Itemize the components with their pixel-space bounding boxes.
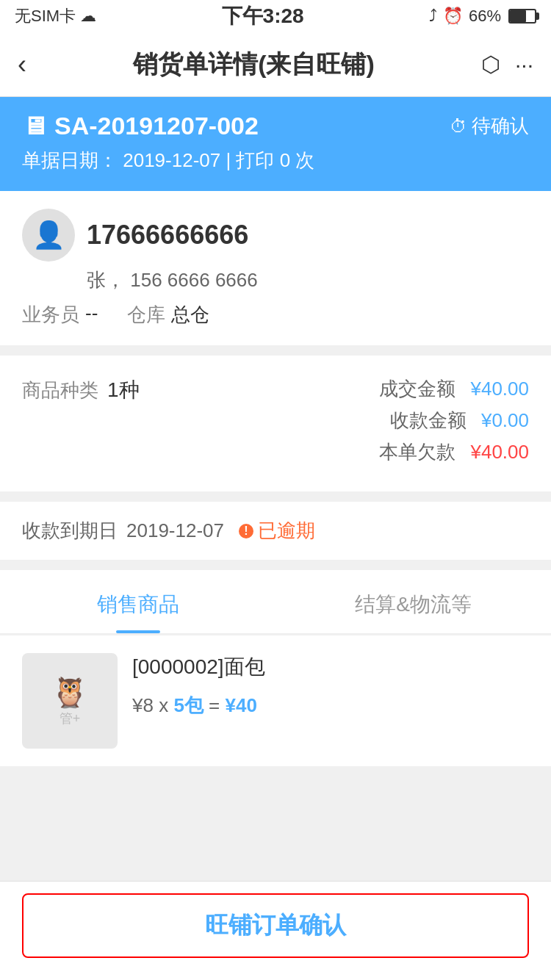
stat-label-0: 成交金额: [379, 376, 455, 402]
tab-settlement[interactable]: 结算&物流等: [276, 570, 551, 633]
more-icon[interactable]: ···: [515, 52, 533, 77]
page-title: 销货单详情(来自旺铺): [133, 48, 375, 82]
tab-sales-product[interactable]: 销售商品: [0, 570, 276, 633]
status-bar: 无SIM卡 ☁ 下午3:28 ⤴ ⏰ 66%: [0, 0, 551, 32]
nav-actions: ⬡ ···: [481, 51, 533, 77]
divider-2: [0, 493, 551, 502]
status-left: 无SIM卡 ☁: [15, 5, 96, 27]
divider-3: [0, 561, 551, 570]
stat-label-2: 本单欠款: [379, 439, 455, 465]
customer-name: 张，: [87, 269, 125, 291]
location-icon: ⤴: [429, 7, 437, 26]
clock-icon: ⏱: [450, 116, 467, 137]
due-date-label: 收款到期日: [22, 518, 118, 544]
salesman-item: 业务员 --: [22, 302, 98, 328]
stat-row-0: 成交金额 ¥40.00: [379, 376, 529, 402]
customer-phone: 17666666666: [87, 220, 248, 251]
customer-phone2: 156 6666 6666: [130, 269, 258, 291]
stat-label-1: 收款金额: [390, 408, 467, 433]
order-header: 🖥 SA-20191207-002 ⏱ 待确认 单据日期： 2019-12-07…: [0, 97, 551, 191]
avatar: 👤: [22, 209, 75, 262]
battery-label: 66%: [469, 7, 501, 26]
order-date-row: 单据日期： 2019-12-07 | 打印 0 次: [22, 148, 529, 173]
alarm-icon: ⏰: [443, 7, 463, 26]
confirm-order-button[interactable]: 旺铺订单确认: [22, 893, 529, 958]
order-id-row: 🖥 SA-20191207-002 ⏱ 待确认: [22, 112, 529, 140]
stats-card: 商品种类 1种 成交金额 ¥40.00 收款金额 ¥0.00 本单欠款 ¥40.…: [0, 356, 551, 491]
owl-plus-text: 管+: [60, 710, 81, 727]
salesman-value: --: [85, 302, 98, 328]
stat-value-0: ¥40.00: [470, 378, 529, 400]
customer-meta: 业务员 -- 仓库 总仓: [22, 302, 529, 328]
bottom-bar: 旺铺订单确认: [0, 881, 551, 980]
back-button[interactable]: ‹: [18, 49, 26, 80]
order-date-value: 2019-12-07: [123, 149, 220, 171]
overdue-text: 已逾期: [258, 518, 315, 544]
product-thumb-inner: 🦉 管+: [22, 653, 118, 749]
share-icon[interactable]: ⬡: [481, 51, 500, 77]
due-date-card: 收款到期日 2019-12-07 ! 已逾期: [0, 502, 551, 560]
order-status: ⏱ 待确认: [450, 113, 529, 139]
nav-bar: ‹ 销货单详情(来自旺铺) ⬡ ···: [0, 32, 551, 97]
warehouse-item: 仓库 总仓: [127, 302, 209, 328]
customer-row: 👤 17666666666: [22, 209, 529, 262]
print-info: | 打印 0 次: [226, 149, 314, 171]
stats-left: 商品种类 1种: [22, 376, 140, 404]
warehouse-value: 总仓: [171, 302, 209, 328]
owl-logo-icon: 🦉: [51, 675, 88, 710]
product-thumbnail: 🦉 管+: [22, 653, 118, 749]
status-right: ⤴ ⏰ 66%: [429, 7, 536, 26]
order-status-text: 待确认: [472, 113, 529, 139]
overdue-badge: ! 已逾期: [239, 518, 315, 544]
warehouse-label: 仓库: [127, 302, 165, 328]
tab-settlement-label: 结算&物流等: [355, 593, 472, 616]
avatar-icon: 👤: [32, 220, 65, 251]
no-sim-label: 无SIM卡 ☁: [15, 5, 96, 27]
category-value: 1种: [107, 376, 140, 404]
stat-value-1: ¥0.00: [481, 409, 529, 432]
stat-row-2: 本单欠款 ¥40.00: [379, 439, 529, 465]
divider-1: [0, 347, 551, 356]
product-price: ¥8: [132, 694, 154, 716]
status-time: 下午3:28: [222, 2, 304, 30]
tabs-container: 销售商品 结算&物流等: [0, 570, 551, 634]
order-id: 🖥 SA-20191207-002: [22, 112, 259, 140]
product-card: 🦉 管+ [0000002]面包 ¥8 x 5包 = ¥40: [0, 635, 551, 766]
date-label: 单据日期：: [22, 149, 118, 171]
stat-row-1: 收款金额 ¥0.00: [379, 408, 529, 433]
product-info: [0000002]面包 ¥8 x 5包 = ¥40: [132, 653, 529, 749]
product-price-row: ¥8 x 5包 = ¥40: [132, 693, 529, 718]
due-date-value: 2019-12-07: [126, 519, 224, 542]
stat-value-2: ¥40.00: [470, 441, 529, 464]
customer-card: 👤 17666666666 张， 156 6666 6666 业务员 -- 仓库…: [0, 191, 551, 345]
customer-info: 张， 156 6666 6666: [22, 267, 529, 293]
product-name: [0000002]面包: [132, 653, 529, 681]
overdue-dot-icon: !: [239, 524, 253, 538]
order-icon: 🖥: [22, 112, 47, 140]
category-label: 商品种类: [22, 378, 98, 403]
order-id-text: SA-20191207-002: [54, 112, 259, 140]
product-quantity: 5包: [173, 694, 203, 716]
product-total: ¥40: [225, 694, 256, 716]
salesman-label: 业务员: [22, 302, 79, 328]
battery-icon: [508, 9, 536, 24]
stats-right: 成交金额 ¥40.00 收款金额 ¥0.00 本单欠款 ¥40.00: [379, 376, 529, 471]
tab-sales-label: 销售商品: [97, 593, 179, 616]
